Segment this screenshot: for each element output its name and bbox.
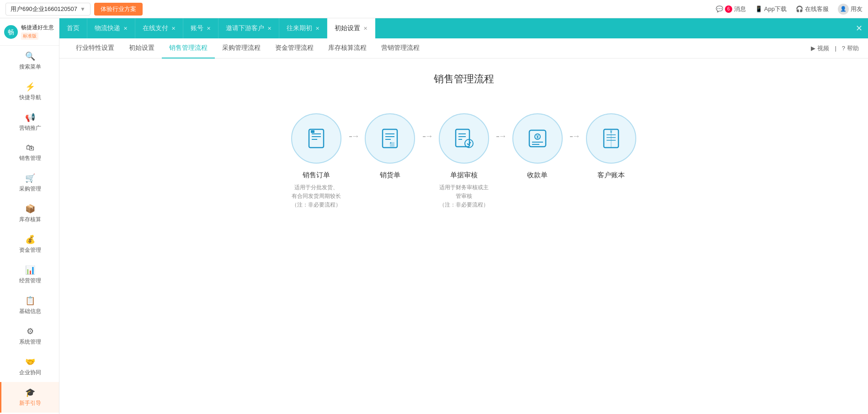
invite-close-icon[interactable]: ✕	[267, 26, 272, 32]
sales-order-desc: 适用于分批发货、有合同发货周期较长（注：非必要流程）	[292, 183, 341, 210]
flow-step-receipt: ¥ 收款单	[501, 113, 574, 183]
nav-tab-logistics[interactable]: 物流快递 ✕	[87, 18, 135, 38]
nav-tab-init-settings[interactable]: 初始设置 ✕	[327, 18, 375, 38]
sidebar-item-collab[interactable]: 🤝 企业协同	[0, 351, 59, 382]
sub-tab-industry-settings[interactable]: 行业特性设置	[69, 38, 122, 58]
flow-step-sales-order: 销售订单 适用于分批发货、有合同发货周期较长（注：非必要流程）	[280, 113, 353, 210]
user-menu-item[interactable]: 👤 用友	[838, 4, 863, 15]
ledger-title: 客户账本	[597, 171, 625, 180]
nav-tab-payment[interactable]: 在线支付 ✕	[135, 18, 183, 38]
video-link[interactable]: ▶ 视频	[811, 44, 829, 53]
sidebar-marketing-label: 营销推广	[19, 124, 41, 132]
init-settings-close-icon[interactable]: ✕	[363, 26, 367, 32]
header-left: 用户690企业1660120507 ▼ 体验行业方案	[5, 3, 143, 16]
app-download-item[interactable]: 📱 App下载	[755, 5, 787, 13]
sidebar-system-label: 系统管理	[19, 338, 41, 346]
flow-step-invoice: 销货单	[353, 113, 426, 183]
nav-tab-init-settings-label: 初始设置	[335, 24, 360, 32]
sub-tab-industry-label: 行业特性设置	[76, 44, 114, 51]
dropdown-arrow-icon: ▼	[80, 6, 85, 12]
message-icon: 💬	[716, 5, 723, 12]
nav-tabs-bar: 首页 物流快递 ✕ 在线支付 ✕ 账号 ✕ 邀请下游客户 ✕ 往来期初 ✕	[59, 18, 868, 38]
sub-tab-finance-flow-label: 资金管理流程	[275, 44, 314, 51]
account-close-icon[interactable]: ✕	[207, 26, 211, 32]
trial-btn[interactable]: 体验行业方案	[94, 3, 143, 16]
sidebar-finance-label: 资金管理	[19, 246, 41, 254]
basic-info-icon: 📋	[25, 296, 35, 306]
avatar: 👤	[838, 4, 849, 15]
sub-tab-init-label: 初始设置	[129, 44, 154, 51]
review-title: 单据审核	[450, 171, 478, 180]
logistics-close-icon[interactable]: ✕	[123, 26, 128, 32]
sidebar-basic-info-label: 基础信息	[19, 308, 41, 315]
online-service-item[interactable]: 🎧 在线客服	[796, 5, 829, 13]
sub-tab-inventory-flow[interactable]: 库存核算流程	[321, 38, 374, 58]
sub-tab-marketing-flow[interactable]: 营销管理流程	[374, 38, 427, 58]
message-item[interactable]: 💬 6 消息	[716, 5, 746, 13]
video-label: 视频	[817, 44, 829, 53]
sidebar-item-operations[interactable]: 📊 经营管理	[0, 260, 59, 290]
sub-tab-init-settings[interactable]: 初始设置	[122, 38, 162, 58]
sidebar-quick-nav-label: 快捷导航	[19, 94, 41, 101]
nav-tab-invite[interactable]: 邀请下游客户 ✕	[218, 18, 279, 38]
sidebar-item-system[interactable]: ⚙ 系统管理	[0, 321, 59, 351]
sub-tab-sales-flow[interactable]: 销售管理流程	[162, 38, 215, 58]
collab-icon: 🤝	[25, 357, 35, 367]
help-label: 帮助	[847, 44, 859, 53]
sidebar-item-basic-info[interactable]: 📋 基础信息	[0, 290, 59, 321]
finance-icon: 💰	[25, 234, 35, 244]
inventory-icon: 📦	[25, 204, 35, 214]
logo-icon: 畅	[4, 25, 18, 39]
flow-circle-review[interactable]	[439, 113, 489, 164]
nav-tab-period-init[interactable]: 往来期初 ✕	[279, 18, 327, 38]
online-service-label: 在线客服	[805, 5, 829, 13]
sidebar: 畅 畅捷通好生意 标准版 🔍 搜索菜单 ⚡ 快捷导航 📢 营销推广 🛍 销售管理…	[0, 18, 59, 414]
sidebar-collab-label: 企业协同	[19, 369, 41, 377]
flow-diagram: 销售订单 适用于分批发货、有合同发货周期较长（注：非必要流程） ···→	[78, 113, 850, 210]
nav-tab-invite-label: 邀请下游客户	[226, 24, 264, 32]
nav-tab-home-label: 首页	[67, 24, 80, 32]
sidebar-item-sales[interactable]: 🛍 销售管理	[0, 138, 59, 168]
receipt-title: 收款单	[527, 171, 548, 180]
sub-tab-finance-flow[interactable]: 资金管理流程	[268, 38, 321, 58]
system-icon: ⚙	[27, 326, 34, 336]
purchase-icon: 🛒	[25, 173, 35, 183]
help-icon: ?	[842, 45, 845, 52]
marketing-icon: 📢	[25, 112, 35, 122]
new-guide-icon: 🎓	[25, 387, 35, 398]
divider: |	[835, 45, 836, 52]
svg-rect-6	[311, 130, 314, 133]
sidebar-item-marketing[interactable]: 📢 营销推广	[0, 107, 59, 138]
user-selector[interactable]: 用户690企业1660120507 ▼	[5, 3, 91, 16]
main-layout: 畅 畅捷通好生意 标准版 🔍 搜索菜单 ⚡ 快捷导航 📢 营销推广 🛍 销售管理…	[0, 18, 868, 414]
period-init-close-icon[interactable]: ✕	[315, 26, 320, 32]
nav-tab-home[interactable]: 首页	[59, 18, 87, 38]
sidebar-item-finance[interactable]: 💰 资金管理	[0, 229, 59, 260]
flow-circle-sales-order[interactable]	[291, 113, 341, 164]
payment-close-icon[interactable]: ✕	[171, 26, 176, 32]
svg-text:¥: ¥	[536, 134, 539, 139]
sidebar-sales-label: 销售管理	[19, 154, 41, 162]
page-content: 销售管理流程	[59, 58, 868, 414]
page-title: 销售管理流程	[78, 72, 850, 86]
sidebar-item-search[interactable]: 🔍 搜索菜单	[0, 46, 59, 76]
sub-tab-purchase-flow-label: 采购管理流程	[222, 44, 261, 51]
app-icon: 📱	[755, 5, 762, 12]
sidebar-item-inventory[interactable]: 📦 库存核算	[0, 198, 59, 229]
headset-icon: 🎧	[796, 5, 803, 12]
flow-circle-invoice[interactable]	[365, 113, 415, 164]
sidebar-item-quick-nav[interactable]: ⚡ 快捷导航	[0, 76, 59, 107]
flow-circle-ledger[interactable]: ¥	[586, 113, 636, 164]
nav-tab-account-label: 账号	[191, 24, 203, 32]
nav-tabs-close-all[interactable]: ✕	[856, 23, 868, 33]
sidebar-item-purchase[interactable]: 🛒 采购管理	[0, 168, 59, 198]
flow-circle-receipt[interactable]: ¥	[512, 113, 563, 164]
sub-tab-purchase-flow[interactable]: 采购管理流程	[215, 38, 268, 58]
help-link[interactable]: ? 帮助	[842, 44, 859, 53]
sidebar-item-new-guide[interactable]: 🎓 新手引导	[0, 382, 59, 413]
sidebar-search-label: 搜索菜单	[19, 63, 41, 71]
sub-tabs-right: ▶ 视频 | ? 帮助	[811, 44, 859, 53]
header-right: 💬 6 消息 📱 App下载 🎧 在线客服 👤 用友	[716, 4, 863, 15]
nav-tab-account[interactable]: 账号 ✕	[183, 18, 218, 38]
sidebar-new-guide-label: 新手引导	[19, 399, 41, 407]
